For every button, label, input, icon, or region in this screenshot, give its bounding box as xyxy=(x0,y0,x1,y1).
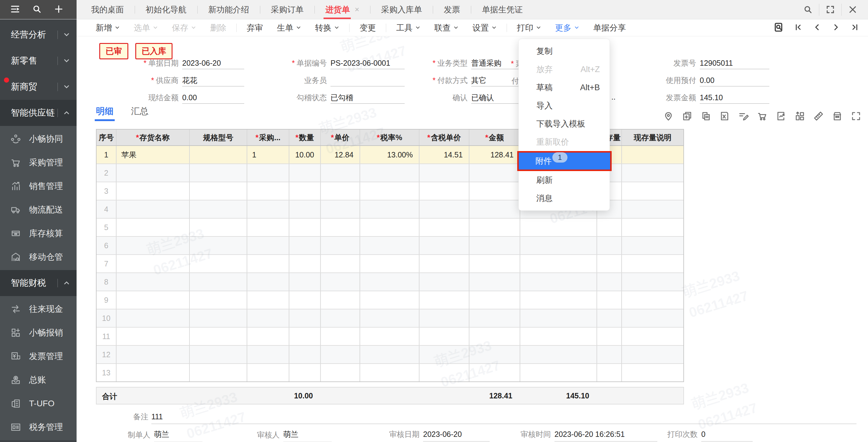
cell[interactable] xyxy=(469,273,520,291)
cell[interactable] xyxy=(469,364,520,381)
cell[interactable] xyxy=(320,364,360,381)
menu-item-下载导入模板[interactable]: 下载导入模板 xyxy=(519,115,610,133)
cell[interactable] xyxy=(419,255,469,272)
cell[interactable] xyxy=(116,291,189,309)
cell[interactable] xyxy=(596,310,621,327)
grid-tab-明细[interactable]: 明细 xyxy=(96,105,114,121)
cell[interactable] xyxy=(419,364,469,381)
cell[interactable] xyxy=(247,200,289,218)
cell[interactable] xyxy=(596,237,621,254)
cell[interactable] xyxy=(289,182,320,200)
cell[interactable] xyxy=(469,200,520,218)
tab-2[interactable]: 新功能介绍 xyxy=(197,0,260,19)
toolbar-button-3[interactable]: 联查 xyxy=(427,22,465,33)
cell[interactable] xyxy=(419,291,469,309)
sidebar-item-T-UFO[interactable]: T-UFO xyxy=(0,392,76,415)
sidebar-item-库存核算[interactable]: 库存核算 xyxy=(0,222,76,245)
sidebar-item-发票管理[interactable]: 发票管理 xyxy=(0,345,76,368)
menu-item-导入[interactable]: 导入 xyxy=(519,96,610,115)
column-header-存货名称[interactable]: *存货名称 xyxy=(116,129,189,145)
cell[interactable] xyxy=(621,291,683,309)
cell[interactable] xyxy=(247,328,289,345)
cell[interactable] xyxy=(320,310,360,327)
cell[interactable] xyxy=(116,218,189,236)
tab-5[interactable]: 采购入库单 xyxy=(370,0,433,19)
cell[interactable] xyxy=(116,182,189,200)
cell[interactable] xyxy=(469,346,520,363)
cell[interactable] xyxy=(520,310,596,327)
cell[interactable] xyxy=(469,218,520,236)
tab-active-4[interactable]: 进货单× xyxy=(314,0,370,19)
prev-page-icon-button[interactable] xyxy=(813,23,822,33)
cell[interactable]: 10.00 xyxy=(289,146,320,164)
cell[interactable] xyxy=(189,364,247,381)
cell[interactable] xyxy=(247,255,289,272)
field-input-现结金额[interactable]: 0.00 xyxy=(182,92,244,104)
cell[interactable] xyxy=(189,255,247,272)
cell[interactable] xyxy=(189,291,247,309)
field-input-发票号[interactable]: 12905011 xyxy=(700,57,769,69)
cell[interactable] xyxy=(189,328,247,345)
sidebar-item-总账[interactable]: 总账 xyxy=(0,368,76,392)
field-input-发票金额[interactable]: 145.10 xyxy=(700,92,769,104)
menu-item-附件[interactable]: 附件1 xyxy=(517,151,612,171)
column-header-金额[interactable]: *金额 xyxy=(469,129,520,145)
cell[interactable] xyxy=(360,328,419,345)
cell[interactable] xyxy=(469,237,520,254)
cell[interactable] xyxy=(320,218,360,236)
sidebar-section-3[interactable]: 智能供应链 xyxy=(0,100,76,126)
cell[interactable] xyxy=(621,255,683,272)
toolbar-button-0[interactable]: 选单 xyxy=(127,22,165,33)
cell[interactable] xyxy=(320,255,360,272)
cell[interactable] xyxy=(360,291,419,309)
column-header-含税单价[interactable]: *含税单价 xyxy=(419,129,469,145)
cell[interactable] xyxy=(419,200,469,218)
cart-icon-button[interactable] xyxy=(757,111,768,123)
cell[interactable] xyxy=(360,200,419,218)
cell[interactable] xyxy=(360,255,419,272)
sidebar-item-物流配送[interactable]: 物流配送 xyxy=(0,198,76,222)
cell[interactable] xyxy=(289,237,320,254)
cell[interactable] xyxy=(419,182,469,200)
cell[interactable] xyxy=(320,164,360,182)
menu-item-刷新[interactable]: 刷新 xyxy=(519,171,610,189)
sidebar-item-往来现金[interactable]: 往来现金 xyxy=(0,297,76,321)
cell[interactable] xyxy=(621,218,683,236)
cell[interactable] xyxy=(360,237,419,254)
menu-item-消息[interactable]: 消息 xyxy=(519,189,610,207)
sidebar-item-小畅报销[interactable]: 小畅报销 xyxy=(0,321,76,345)
field-input-勾稽状态[interactable]: 已勾稽 xyxy=(331,92,405,104)
cell[interactable] xyxy=(116,273,189,291)
cell[interactable] xyxy=(116,364,189,381)
field-input-供应商[interactable]: 花花 xyxy=(182,75,244,87)
cell[interactable] xyxy=(469,255,520,272)
cell[interactable] xyxy=(360,364,419,381)
search-icon-button[interactable] xyxy=(32,4,42,15)
cell[interactable] xyxy=(360,164,419,182)
batch-edit-icon-button[interactable] xyxy=(738,111,749,123)
cell[interactable] xyxy=(621,364,683,381)
cell[interactable] xyxy=(116,200,189,218)
cell[interactable]: 12.84 xyxy=(320,146,360,164)
cell[interactable] xyxy=(247,310,289,327)
cell[interactable] xyxy=(320,182,360,200)
toolbar-button-0[interactable]: 删除 xyxy=(203,22,234,33)
cell[interactable] xyxy=(247,273,289,291)
store-icon-button[interactable] xyxy=(832,111,843,123)
field-input-单据日期[interactable]: 2023-06-20 xyxy=(182,57,244,69)
column-header-采购...[interactable]: *采购... xyxy=(247,129,289,145)
column-header-税率%[interactable]: *税率% xyxy=(360,129,419,145)
cell[interactable] xyxy=(520,328,596,345)
cell[interactable] xyxy=(621,200,683,218)
cell[interactable] xyxy=(189,146,247,164)
toolbar-button-1[interactable]: 生单 xyxy=(270,22,308,33)
cell[interactable] xyxy=(289,364,320,381)
toolbar-button-3[interactable]: 工具 xyxy=(389,22,427,33)
cell[interactable] xyxy=(419,237,469,254)
cell[interactable] xyxy=(247,346,289,363)
cell[interactable] xyxy=(189,218,247,236)
doc-trend-icon-button[interactable] xyxy=(776,111,786,123)
paste-icon-button[interactable] xyxy=(701,111,711,123)
cell[interactable] xyxy=(419,328,469,345)
cell[interactable] xyxy=(189,164,247,182)
